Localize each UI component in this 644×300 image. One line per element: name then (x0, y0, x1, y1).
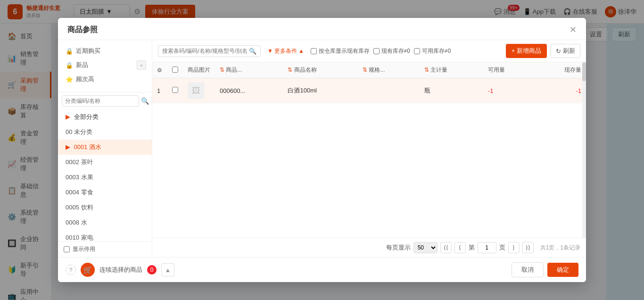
collapse-btn[interactable]: « (137, 60, 146, 70)
next-page-btn[interactable]: ⟩ (508, 242, 520, 253)
row-checkbox[interactable] (172, 87, 178, 93)
prev-page-btn[interactable]: ⟨ (454, 242, 466, 253)
total-info: 共1页，1条记录 (540, 244, 580, 252)
nav-items: 🔒 近期购买 🔒 新品 ⭐ 频次高 (62, 44, 135, 86)
modal-title: 商品参照 (67, 25, 98, 35)
pagination: 每页显示 50 100 200 ⟨⟨ ⟨ 第 页 ⟩ ⟩⟩ 共1页，1条记录 (152, 238, 586, 257)
modal-close-btn[interactable]: ✕ (570, 25, 577, 35)
table-row[interactable]: 1 🖼 000600... 白酒100ml 瓶 (152, 78, 586, 103)
collapse-footer-btn[interactable]: ▲ (161, 263, 174, 276)
td-check (167, 78, 183, 103)
select-all-checkbox[interactable] (172, 67, 178, 73)
th-stock: 现存量 (535, 62, 586, 78)
left-panel: 🔒 近期购买 🔒 新品 ⭐ 频次高 (58, 40, 152, 257)
page-number-input[interactable] (478, 242, 496, 253)
sort-icon-3: ⇅ (363, 67, 367, 73)
td-code: 000600... (215, 78, 283, 103)
th-name[interactable]: ⇅ 商品名称 (283, 62, 357, 78)
display-disabled-checkbox[interactable] (64, 246, 70, 252)
product-modal: 商品参照 ✕ 🔒 近期购买 🔒 新品 (58, 18, 586, 282)
category-tea[interactable]: 0002 茶叶 (58, 155, 152, 170)
td-num: 1 (152, 78, 167, 103)
check-warehouse-input[interactable] (311, 48, 317, 54)
recent-icon: 🔒 (66, 48, 73, 55)
td-stock: -1 (535, 78, 586, 103)
modal-footer: ? 🛒 连续选择的商品 0 ▲ 取消 确定 (58, 257, 586, 282)
modal-body: 🔒 近期购买 🔒 新品 ⭐ 频次高 (58, 40, 586, 257)
arrow-icon-2: ▶ (66, 143, 70, 150)
new-product-btn[interactable]: 🔒 新品 (62, 58, 135, 72)
check-warehouse-label[interactable]: 按仓库显示现有库存 (311, 47, 370, 55)
th-checkbox (167, 62, 183, 78)
th-spec[interactable]: ⇅ 规格... (358, 62, 420, 78)
table-header-row: ⚙ 商品图片 ⇅ 商品... (152, 62, 586, 78)
category-appliance[interactable]: 0010 家电 (58, 230, 152, 241)
cancel-btn[interactable]: 取消 (512, 262, 544, 277)
check-usable-input[interactable] (414, 48, 420, 54)
confirm-btn[interactable]: 确定 (547, 263, 578, 277)
cart-icon-btn[interactable]: 🛒 (81, 263, 95, 277)
filter-arrow-icon: ▲ (298, 48, 304, 54)
product-table: ⚙ 商品图片 ⇅ 商品... (152, 62, 586, 103)
filter-icon: ▼ (267, 48, 273, 54)
modal-overlay: 商品参照 ✕ 🔒 近期购买 🔒 新品 (0, 0, 644, 300)
settings-icon[interactable]: ⚙ (157, 67, 162, 74)
th-settings: ⚙ (152, 62, 167, 78)
left-nav: 🔒 近期购买 🔒 新品 ⭐ 频次高 (58, 40, 152, 92)
first-page-btn[interactable]: ⟨⟨ (440, 242, 452, 253)
scroll-thumb (582, 62, 586, 81)
td-image: 🖼 (183, 78, 215, 103)
th-code[interactable]: ⇅ 商品... (215, 62, 283, 78)
td-available: -1 (483, 78, 535, 103)
right-panel: 🔍 ▼ 更多条件 ▲ 按仓库显示现有库存 现有库存≠0 (152, 40, 586, 257)
sort-icon-4: ⇅ (424, 67, 429, 73)
scroll-indicator[interactable] (582, 62, 586, 238)
new-icon: 🔒 (66, 62, 73, 69)
category-all[interactable]: ▶ 全部分类 (58, 109, 152, 125)
category-liquor[interactable]: ▶ 0001 酒水 (58, 140, 152, 155)
add-product-btn[interactable]: + 新增商品 (506, 44, 547, 58)
th-image: 商品图片 (183, 62, 215, 78)
footer-right: 取消 确定 (512, 262, 578, 277)
recent-purchase-btn[interactable]: 🔒 近期购买 (62, 44, 135, 58)
th-unit[interactable]: ⇅ 主计量 (420, 62, 483, 78)
sort-icon: ⇅ (220, 67, 224, 73)
cart-label: 连续选择的商品 (99, 266, 142, 274)
modal-header: 商品参照 ✕ (58, 18, 586, 40)
th-available: 可用量 (483, 62, 535, 78)
toolbar: 🔍 ▼ 更多条件 ▲ 按仓库显示现有库存 现有库存≠0 (152, 40, 586, 62)
category-list: ▶ 全部分类 00 未分类 ▶ 0001 酒水 0002 茶叶 0003 水果 (58, 109, 152, 241)
category-search-icon[interactable]: 🔍 (141, 97, 149, 105)
category-water[interactable]: 0008 水 (58, 215, 152, 230)
last-page-btn[interactable]: ⟩⟩ (522, 242, 534, 253)
category-search-row: 🔍 (58, 92, 152, 109)
category-snack[interactable]: 0004 零食 (58, 185, 152, 200)
refresh-icon: ↻ (556, 48, 561, 55)
category-search-input[interactable] (62, 95, 139, 107)
page-size-select[interactable]: 50 100 200 (413, 242, 438, 253)
product-image: 🖼 (188, 82, 205, 99)
product-search-input[interactable] (162, 48, 247, 54)
check-usable-label[interactable]: 可用库存≠0 (414, 47, 451, 55)
td-spec (358, 78, 420, 103)
check-available-input[interactable] (373, 48, 380, 54)
refresh-btn[interactable]: ↻ 刷新 (551, 44, 580, 58)
help-btn[interactable]: ? (66, 265, 76, 275)
filter-btn[interactable]: ▼ 更多条件 ▲ (264, 45, 307, 57)
search-icon[interactable]: 🔍 (249, 48, 256, 55)
sort-icon-2: ⇅ (288, 67, 292, 73)
frequent-btn[interactable]: ⭐ 频次高 (62, 72, 135, 86)
display-disabled-row: 显示停用 (58, 241, 152, 257)
td-name: 白酒100ml (283, 78, 357, 103)
table-body: 1 🖼 000600... 白酒100ml 瓶 (152, 78, 586, 103)
category-uncategorized[interactable]: 00 未分类 (58, 125, 152, 140)
star-icon: ⭐ (66, 76, 73, 83)
product-search-bar: 🔍 (158, 45, 261, 57)
category-beverage[interactable]: 0005 饮料 (58, 200, 152, 215)
category-fruit[interactable]: 0003 水果 (58, 170, 152, 185)
arrow-icon: ▶ (66, 113, 70, 120)
toolbar-right: + 新增商品 ↻ 刷新 (506, 44, 580, 58)
check-available-label[interactable]: 现有库存≠0 (373, 47, 410, 55)
cart-count: 0 (147, 265, 157, 275)
product-table-wrap: ⚙ 商品图片 ⇅ 商品... (152, 62, 586, 238)
